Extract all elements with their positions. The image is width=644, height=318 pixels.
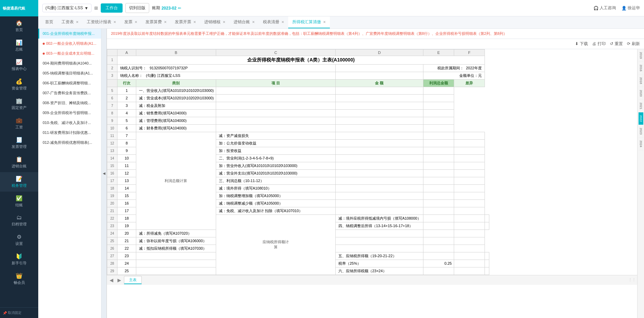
spreadsheet-main[interactable]: A B C D E F 1 企业所得税年度纳税申报表（A类）主表(A100000… — [107, 49, 637, 318]
amount-cell[interactable] — [423, 215, 454, 222]
profit-cell[interactable] — [335, 109, 423, 117]
amount-cell[interactable] — [335, 162, 423, 169]
difference-cell[interactable] — [454, 147, 485, 154]
sidebar-item-capital[interactable]: 💰资金管理 — [0, 75, 38, 94]
difference-cell[interactable] — [485, 215, 489, 222]
tab-sales_ledger[interactable]: 进销台账✕ — [229, 16, 259, 28]
amount-cell[interactable] — [216, 109, 335, 117]
item-cell[interactable]: 减：境外应税所得抵减境内亏损（填写A108000） — [335, 215, 423, 222]
profit-cell[interactable] — [454, 267, 485, 275]
difference-cell[interactable] — [454, 230, 485, 237]
item-cell[interactable]: 税率（25%） — [335, 260, 423, 267]
amount-cell[interactable] — [335, 139, 423, 147]
sidebar-item-invoice[interactable]: 🧾发票管理 — [0, 133, 38, 153]
amount-cell[interactable] — [335, 207, 423, 215]
item-cell[interactable]: 六、应纳所得税额（23×24） — [335, 267, 423, 275]
sidebar-item-guide[interactable]: 🔰新手引导 — [0, 250, 38, 269]
difference-cell[interactable] — [423, 87, 454, 94]
edit-period-icon[interactable]: ✏ — [178, 6, 181, 11]
amount-cell[interactable] — [216, 94, 335, 102]
year-item-2020[interactable]: 2020 — [639, 87, 643, 100]
item-cell[interactable]: 四、纳税调整后所得（13-14+15-16-17+18） — [335, 222, 423, 230]
sidebar-item-tax[interactable]: 📝税务管理 — [0, 172, 38, 192]
amount-cell[interactable] — [216, 102, 335, 109]
amount-cell[interactable] — [423, 267, 454, 275]
item-cell[interactable]: 减：税金及附加 — [136, 102, 216, 109]
refresh-btn[interactable]: ⟳ 刷新 — [627, 41, 640, 47]
item-cell[interactable]: 二、营业利润(1-2-3-4-5-6-7-8+9) — [216, 154, 335, 162]
customer-service-btn[interactable]: 🎧 人工咨询 — [593, 5, 616, 11]
amount-cell[interactable] — [335, 177, 423, 184]
profit-cell[interactable] — [454, 260, 485, 267]
user-profile-btn[interactable]: 👤 徐运华 — [621, 5, 640, 11]
item-cell[interactable]: 三、利润总额（10-11-12） — [216, 177, 335, 184]
sheet-prev-btn[interactable]: ◀ — [108, 277, 115, 283]
difference-cell[interactable] — [454, 199, 485, 207]
table-row[interactable]: 51一、营业收入(填写A101010\101020\103000) — [107, 87, 489, 94]
profit-cell[interactable] — [454, 252, 485, 260]
form-list-item-012[interactable]: 012-减免所得税优惠明细表(... — [38, 138, 101, 148]
profit-cell[interactable] — [423, 237, 454, 245]
table-row[interactable]: 106减：财务费用(填写A104000) — [107, 124, 489, 132]
item-cell[interactable]: 减：弥补以前年度亏损（填写A106000） — [136, 237, 216, 245]
form-list-item-003[interactable]: 003-一般企业成本支出明细... — [38, 49, 101, 58]
profit-cell[interactable] — [335, 117, 423, 124]
tab-close-icon[interactable]: ✕ — [223, 20, 225, 24]
item-cell[interactable]: 减：纳税调整减少额（填写A105000） — [216, 199, 335, 207]
amount-cell[interactable] — [335, 132, 423, 139]
difference-cell[interactable] — [454, 184, 485, 192]
tab-salary[interactable]: 工资表✕ — [57, 16, 83, 28]
year-item-2019[interactable]: 2019 — [639, 49, 643, 62]
reset-btn[interactable]: ↺ 重置 — [610, 41, 623, 47]
profit-cell[interactable] — [454, 215, 485, 222]
table-row[interactable]: 117利润总额计算减：资产减值损失 — [107, 132, 489, 139]
tab-salary_stat[interactable]: 工资统计报表✕ — [83, 16, 120, 28]
item-cell[interactable]: 减：所得减免（填写A107020） — [136, 230, 216, 237]
difference-cell[interactable] — [454, 154, 485, 162]
tab-sales_verify[interactable]: 进销稽核✕ — [200, 16, 229, 28]
amount-cell[interactable] — [423, 252, 454, 260]
difference-cell[interactable] — [485, 260, 489, 267]
item-cell[interactable]: 减：管理费用(填写A104000) — [136, 117, 216, 124]
tab-close-icon[interactable]: ✕ — [135, 20, 137, 24]
profit-cell[interactable] — [423, 199, 454, 207]
profit-cell[interactable] — [423, 169, 454, 177]
sidebar-item-salary[interactable]: 💼工资 — [0, 114, 38, 133]
amount-cell[interactable] — [216, 124, 335, 132]
tab-close-icon[interactable]: ✕ — [76, 20, 79, 24]
year-item-2018[interactable]: 2018 — [639, 74, 643, 87]
tab-income_tax[interactable]: 所得税汇算清缴✕ — [288, 16, 330, 28]
difference-cell[interactable] — [423, 109, 454, 117]
profit-cell[interactable] — [423, 230, 454, 237]
amount-cell[interactable]: 0.25 — [423, 260, 454, 267]
sidebar-item-sales[interactable]: 📋进销台账 — [0, 153, 38, 172]
tab-close-icon[interactable]: ✕ — [323, 20, 326, 24]
year-item-2016[interactable]: 2016 — [639, 62, 643, 74]
item-cell[interactable]: 减：营业外支出(填写A102010\102020\103000) — [216, 169, 335, 177]
amount-cell[interactable] — [335, 192, 423, 199]
table-row[interactable]: 73减：税金及附加 — [107, 102, 489, 109]
profit-cell[interactable] — [335, 102, 423, 109]
table-row[interactable]: 62减：营业成本(填写A102010\102020\103000) — [107, 94, 489, 102]
sidebar-item-ledger[interactable]: 📊总账 — [0, 36, 38, 55]
item-cell[interactable]: 加：营业外收入(填写A101010\101020\103000) — [216, 162, 335, 169]
item-cell[interactable]: 减：财务费用(填写A104000) — [136, 124, 216, 132]
tab-close-icon[interactable]: ✕ — [252, 20, 255, 24]
profit-cell[interactable] — [423, 147, 454, 154]
form-list-item-009[interactable]: 009-企业所得税补亏损明细... — [38, 108, 101, 118]
difference-cell[interactable] — [423, 94, 454, 102]
item-cell[interactable]: 减：营业成本(填写A102010\102020\103000) — [136, 94, 216, 102]
difference-cell[interactable] — [454, 169, 485, 177]
collapse-panel-btn[interactable]: ◀ — [101, 29, 107, 318]
item-cell[interactable]: 减：免税、减计收入及加计 扣除（填写A107010） — [216, 207, 335, 215]
item-cell[interactable]: 减：销售费用(填写A104000) — [136, 109, 216, 117]
sidebar-item-settings[interactable]: ⚙设置 — [0, 230, 38, 250]
difference-cell[interactable] — [454, 207, 485, 215]
form-list-item-006[interactable]: 006-职工薪酬纳税调整明细... — [38, 78, 101, 88]
amount-cell[interactable] — [335, 154, 423, 162]
tab-close-icon[interactable]: ✕ — [164, 20, 167, 24]
tab-close-icon[interactable]: ✕ — [113, 20, 116, 24]
year-item-2021[interactable]: 2021 — [639, 100, 643, 112]
amount-cell[interactable] — [335, 169, 423, 177]
form-list-item-004[interactable]: 004-期间费用明细表(A1040... — [38, 58, 101, 68]
